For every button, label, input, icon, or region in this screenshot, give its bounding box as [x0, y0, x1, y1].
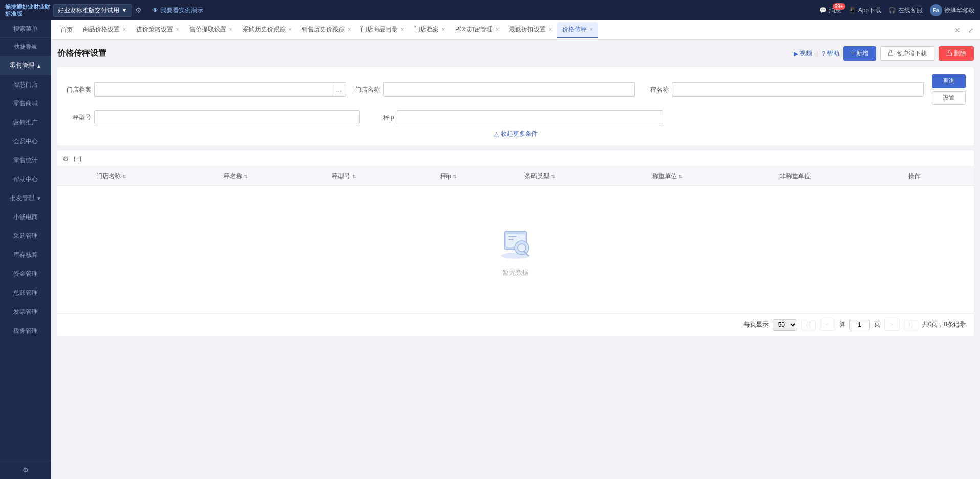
online-service-btn[interactable]: 🎧 在线客服	[888, 6, 923, 15]
collapse-bar: △ 收起更多条件	[66, 129, 966, 138]
empty-state: 暂无数据	[62, 190, 969, 308]
tab-selling-price[interactable]: 售价提取设置 ×	[184, 22, 238, 38]
tab-pos-manage[interactable]: POS加密管理 ×	[450, 22, 504, 38]
empty-text: 暂无数据	[502, 268, 529, 277]
sidebar-item-invoice[interactable]: 发票管理	[0, 302, 51, 321]
sidebar-item-retail[interactable]: 零售管理 ▲	[0, 56, 51, 75]
tab-label: 售价提取设置	[189, 25, 226, 34]
form-item-scale-model: 秤型号	[66, 110, 360, 124]
sidebar-search[interactable]: 搜索菜单	[0, 20, 51, 38]
th-label: 条码类型	[525, 172, 549, 180]
tab-label: 门店档案	[414, 25, 439, 34]
scale-model-input[interactable]	[94, 110, 360, 124]
settings-icon[interactable]: ⚙	[135, 6, 142, 14]
tab-close-icon[interactable]: ×	[442, 27, 445, 32]
sidebar-item-retail-mall[interactable]: 零售商城	[0, 94, 51, 113]
sort-icon[interactable]: ⇅	[122, 173, 126, 179]
app-download-btn[interactable]: 📱 App下载	[848, 6, 881, 15]
sidebar-quick-nav[interactable]: 快捷导航	[0, 38, 51, 56]
sidebar-item-member[interactable]: 会员中心	[0, 132, 51, 151]
tab-close-all-btn[interactable]: ✕	[952, 25, 963, 35]
add-btn[interactable]: + 新增	[843, 46, 876, 61]
query-btn[interactable]: 查询	[932, 74, 966, 88]
tab-min-discount[interactable]: 最低折扣设置 ×	[504, 22, 557, 38]
sidebar-item-label: 营销推广	[13, 118, 38, 127]
table-settings-icon[interactable]: ⚙	[62, 155, 69, 163]
tab-sales-history[interactable]: 销售历史价跟踪 ×	[296, 22, 356, 38]
tab-store-archive[interactable]: 门店档案 ×	[409, 22, 450, 38]
sort-icon[interactable]: ⇅	[453, 173, 457, 179]
sort-icon[interactable]: ⇅	[244, 173, 248, 179]
first-page-btn[interactable]: ⟨⟨	[801, 320, 816, 330]
settings-btn-form[interactable]: 设置	[932, 91, 966, 105]
per-page-select[interactable]: 50	[773, 319, 797, 331]
svg-point-4	[518, 244, 526, 252]
help-link[interactable]: ? 帮助	[822, 49, 839, 58]
sidebar-item-ecommerce[interactable]: 小畅电商	[0, 208, 51, 227]
sort-icon[interactable]: ⇅	[352, 173, 356, 179]
tab-home[interactable]: 首页	[55, 23, 78, 37]
tab-store-catalog[interactable]: 门店商品目录 ×	[356, 22, 409, 38]
sidebar-item-tax[interactable]: 税务管理	[0, 321, 51, 340]
tab-close-icon[interactable]: ×	[176, 27, 179, 32]
tab-purchase-history[interactable]: 采购历史价跟踪 ×	[238, 22, 297, 38]
tab-label: 进价策略设置	[136, 25, 173, 34]
store-archive-dots-btn[interactable]: ...	[332, 82, 346, 97]
th-store-name: 门店名称 ⇅	[91, 167, 219, 186]
sidebar-item-wholesale[interactable]: 批发管理 ▼	[0, 189, 51, 208]
sidebar-item-marketing[interactable]: 营销推广	[0, 113, 51, 132]
tab-close-icon[interactable]: ×	[401, 27, 404, 32]
content-area: 首页 商品价格设置 × 进价策略设置 × 售价提取设置 × 采购历史价跟踪 ×	[51, 20, 980, 479]
tab-product-price[interactable]: 商品价格设置 ×	[78, 22, 131, 38]
demo-link[interactable]: 👁 我要看实例演示	[152, 6, 203, 15]
tab-close-icon[interactable]: ×	[348, 27, 351, 32]
messages-btn[interactable]: 💬 消息 99+	[819, 6, 841, 15]
sort-icon[interactable]: ⇅	[551, 173, 555, 179]
tab-close-icon[interactable]: ×	[289, 27, 292, 32]
th-label: 秤型号	[332, 172, 350, 180]
sidebar-item-purchase[interactable]: 采购管理	[0, 227, 51, 246]
th-settings	[57, 167, 76, 186]
store-name-input[interactable]	[383, 82, 635, 97]
scale-name-input[interactable]	[672, 82, 924, 97]
top-bar: 畅捷通好业财业财 标准版 好业财标准版交付试用 ▼ ⚙ 👁 我要看实例演示 💬 …	[0, 0, 980, 20]
tab-close-icon[interactable]: ×	[229, 27, 232, 32]
page-input[interactable]	[849, 320, 870, 330]
top-bar-right: 💬 消息 99+ 📱 App下载 🎧 在线客服 Ea 徐泽华修改	[819, 4, 975, 16]
sidebar-item-help[interactable]: 帮助中心	[0, 170, 51, 189]
th-scale-name: 秤名称 ⇅	[219, 167, 327, 186]
avatar: Ea	[930, 4, 942, 16]
tab-close-icon[interactable]: ×	[496, 27, 499, 32]
sidebar-item-inventory[interactable]: 库存核算	[0, 246, 51, 265]
store-archive-input[interactable]	[94, 82, 332, 97]
tab-close-icon[interactable]: ×	[549, 27, 552, 32]
message-icon: 💬	[819, 7, 827, 14]
tab-cost-strategy[interactable]: 进价策略设置 ×	[131, 22, 184, 38]
data-table: 门店名称 ⇅ 秤名称 ⇅ 秤型号 ⇅	[57, 167, 974, 313]
select-all-checkbox[interactable]	[74, 156, 81, 162]
tab-close-icon[interactable]: ×	[123, 27, 126, 32]
sidebar-item-finance[interactable]: 资金管理	[0, 265, 51, 284]
sidebar-settings-btn[interactable]: ⚙	[0, 461, 51, 479]
sidebar-item-retail-stats[interactable]: 零售统计	[0, 151, 51, 170]
collapse-btn[interactable]: △ 收起更多条件	[494, 129, 538, 138]
next-page-btn[interactable]: ＞	[884, 319, 900, 331]
top-bar-center: 👁 我要看实例演示	[142, 6, 819, 15]
sidebar-item-smart-store[interactable]: 智慧门店	[0, 75, 51, 94]
tab-close-icon[interactable]: ×	[590, 27, 593, 32]
prev-page-btn[interactable]: ＜	[820, 319, 835, 331]
scale-ip-input[interactable]	[397, 110, 663, 124]
form-item-store-name: 门店名称	[354, 82, 635, 97]
sort-icon[interactable]: ⇅	[678, 173, 683, 179]
delete-btn[interactable]: 凸 删除	[939, 46, 974, 61]
tab-expand-btn[interactable]: ⤢	[966, 25, 976, 35]
last-page-btn[interactable]: ⟩⟩	[904, 320, 918, 330]
form-item-store-archive: 门店档案 ...	[66, 82, 346, 97]
product-selector-label: 好业财标准版交付试用	[58, 6, 119, 15]
tab-price-scale[interactable]: 价格传秤 ×	[557, 22, 598, 38]
product-selector[interactable]: 好业财标准版交付试用 ▼	[53, 4, 132, 17]
user-info[interactable]: Ea 徐泽华修改	[930, 4, 975, 16]
sidebar-item-ledger[interactable]: 总账管理	[0, 284, 51, 302]
download-btn[interactable]: 凸 客户端下载	[880, 46, 934, 61]
video-link[interactable]: ▶ 视频	[794, 49, 812, 58]
